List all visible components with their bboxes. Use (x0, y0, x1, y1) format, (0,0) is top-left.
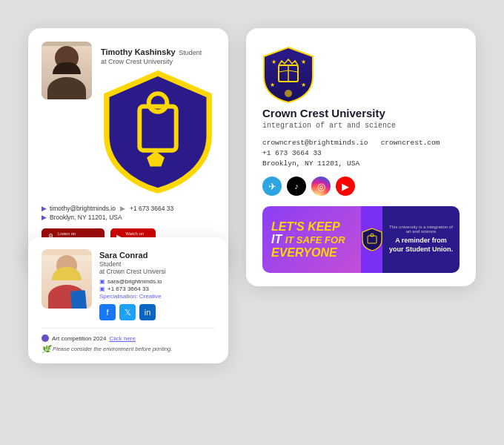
university-shield-svg: ★ ★ ★ ★ (262, 46, 314, 104)
university-name: Crown Crest University (262, 107, 460, 119)
banner-right-bottom-text: A reminder from your Student Union. (388, 237, 454, 254)
card-timothy: Timothy Kashinsky Student at Crow Crest … (28, 28, 228, 269)
sara-phone-row: ▣ +1 673 3664 33 (99, 286, 215, 292)
uni-telegram-button[interactable]: ✈ (262, 177, 282, 196)
sara-email-icon: ▣ (99, 278, 105, 285)
svg-text:★: ★ (301, 82, 306, 88)
uni-tiktok-button[interactable]: ♪ (287, 177, 306, 196)
sara-info: Sara Conrad Student at Crown Crest Unive… (99, 249, 215, 320)
sara-event-link[interactable]: Click here (109, 335, 136, 342)
uni-phone: +1 673 3664 33 (262, 149, 460, 157)
event-dot-icon (42, 334, 49, 342)
timothy-school: at Crow Crest University (101, 58, 215, 65)
svg-text:★: ★ (271, 59, 276, 65)
svg-text:★: ★ (301, 59, 306, 65)
banner-right-section: This university is a integration of art … (382, 206, 460, 273)
email-arrow-icon: ▶ (42, 205, 47, 212)
timothy-header: Timothy Kashinsky Student at Crow Crest … (42, 42, 215, 197)
card-sara: Sara Conrad Student at Crown Crest Unive… (28, 237, 228, 363)
sara-role: Student (99, 260, 215, 268)
uni-email: crowncrest@brightminds.io (262, 139, 368, 147)
sara-twitter-button[interactable]: 𝕏 (119, 304, 136, 320)
svg-text:★: ★ (270, 82, 275, 88)
sara-school: at Crown Crest Universi (99, 268, 215, 275)
banner-shield-icon (362, 228, 382, 251)
banner-line1: LET'S KEEP (271, 220, 345, 234)
banner-right-top-text: This university is a integration of art … (388, 225, 454, 234)
sara-email: sara@brightminds.io (107, 278, 162, 285)
university-banner: LET'S KEEP It IT SAFE FOR EVERYONE This … (262, 206, 460, 273)
timothy-info: Timothy Kashinsky Student at Crow Crest … (101, 42, 215, 197)
timothy-email-row: ▶ timothy@brightminds.io ▶ +1 673 3664 3… (42, 205, 215, 212)
sara-facebook-button[interactable]: f (99, 304, 116, 320)
sara-photo (42, 249, 92, 309)
timothy-phone: +1 673 3664 33 (130, 205, 173, 212)
sara-eco-text: Please consider the environment before p… (53, 346, 172, 352)
uni-youtube-button[interactable]: ▶ (336, 177, 355, 196)
uni-shield-logo: ★ ★ ★ ★ (262, 46, 460, 107)
shield-badge-small (101, 70, 215, 194)
university-social-row: ✈ ♪ ◎ ▶ (262, 177, 460, 196)
timothy-location: Brooklyn, NY 11201, USA (50, 214, 122, 221)
uni-email-row: crowncrest@brightminds.io crowncrest.com (262, 139, 460, 147)
svg-point-11 (285, 90, 292, 97)
banner-middle-section (361, 206, 382, 273)
sara-name: Sara Conrad (99, 251, 215, 260)
timothy-location-row: ▶ Brooklyn, NY 11201, USA (42, 214, 215, 221)
sara-event-text: Art competition 2024 (52, 335, 106, 342)
sara-specialisation: Specialisation: Creative (99, 293, 215, 300)
sara-linkedin-button[interactable]: in (139, 304, 156, 320)
leaf-icon: 🌿 (42, 345, 50, 353)
timothy-email: timothy@brightminds.io (50, 205, 116, 212)
banner-line3: EVERYONE (271, 246, 345, 260)
uni-location: Brooklyn, NY 11201, USA (262, 159, 460, 168)
banner-left-section: LET'S KEEP It IT SAFE FOR EVERYONE (262, 206, 361, 273)
sara-footer: Art competition 2024 Click here 🌿 Please… (42, 328, 215, 353)
sara-event-row: Art competition 2024 Click here (42, 334, 215, 342)
location-arrow-icon: ▶ (42, 214, 47, 221)
banner-headline: LET'S KEEP It IT SAFE FOR EVERYONE (271, 220, 345, 260)
card-university: ★ ★ ★ ★ Crown Crest University integrati… (246, 28, 476, 286)
timothy-photo (42, 42, 92, 99)
canvas: Timothy Kashinsky Student at Crow Crest … (0, 0, 504, 445)
banner-line2: IT SAFE FOR (285, 234, 345, 245)
uni-instagram-button[interactable]: ◎ (311, 177, 331, 196)
university-tagline: integration of art and science (262, 122, 460, 130)
sara-phone-icon: ▣ (99, 286, 105, 292)
timothy-name: Timothy Kashinsky Student (101, 44, 215, 58)
sara-phone: +1 673 3664 33 (107, 286, 149, 292)
sara-email-row: ▣ sara@brightminds.io (99, 278, 215, 285)
banner-it: It (271, 233, 282, 245)
sara-social-row: f 𝕏 in (99, 304, 215, 320)
sara-eco-row: 🌿 Please consider the environment before… (42, 345, 215, 353)
uni-website: crowncrest.com (381, 139, 440, 147)
sara-header: Sara Conrad Student at Crown Crest Unive… (42, 249, 215, 320)
